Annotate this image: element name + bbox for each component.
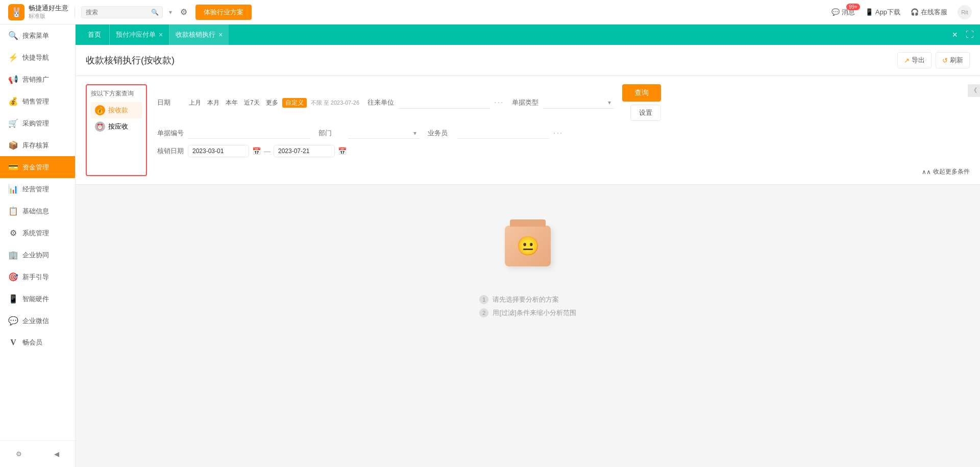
shortcut-custom[interactable]: 自定义 [282, 98, 307, 108]
date-separator: — [264, 148, 271, 155]
sidebar-item-wechat[interactable]: 💬 企业微信 [0, 310, 75, 332]
doc-type-select[interactable] [543, 97, 614, 109]
wechat-icon: 💬 [8, 316, 18, 326]
sidebar-item-finance[interactable]: 💳 资金管理 [0, 156, 75, 178]
verify-date-group: 核销日期 📅 — 📅 [157, 145, 347, 157]
calendar-icon-end[interactable]: 📅 [338, 147, 347, 155]
operation-icon: 📊 [8, 184, 18, 194]
sidebar-item-purchase[interactable]: 🛒 采购管理 [0, 112, 75, 134]
top-bar-right: 💬 消息 99+ 📱 App下载 🎧 在线客服 Rit [831, 5, 972, 19]
tab-bar: 首页 预付冲应付单 × 收款核销执行 × × ⛶ [76, 24, 980, 45]
sidebar-item-label: 库存核算 [22, 141, 49, 150]
sidebar-item-operation[interactable]: 📊 经营管理 [0, 178, 75, 200]
staff-dots[interactable]: ··· [553, 129, 563, 138]
filter-by-receipt[interactable]: 💰 按收款 [91, 102, 142, 118]
doc-number-group: 单据编号 [157, 127, 310, 139]
message-item[interactable]: 💬 消息 99+ [831, 8, 855, 17]
avatar-text: Rit [961, 9, 968, 15]
empty-box: 😐 [505, 226, 551, 266]
search-menu-icon: 🔍 [8, 31, 18, 40]
gear-button[interactable]: ⚙ [178, 5, 189, 19]
sidebar-item-search[interactable]: 🔍 搜索菜单 [0, 24, 75, 46]
tab-close-icon[interactable]: × [159, 31, 163, 39]
shortcut-last-month[interactable]: 上月 [187, 98, 203, 108]
shortcut-this-year[interactable]: 本年 [224, 98, 240, 108]
filter-layout: 按以下方案查询 💰 按收款 ⏰ 按应收 《 [86, 84, 970, 176]
sidebar-item-hardware[interactable]: 📱 智能硬件 [0, 288, 75, 310]
tab-receipt[interactable]: 收款核销执行 × [169, 24, 229, 45]
brand-logo: 🐰 [8, 4, 24, 20]
counterpart-label: 往来单位 [368, 98, 394, 107]
tab-receipt-label: 收款核销执行 [176, 30, 215, 39]
dept-select[interactable] [348, 127, 420, 139]
query-button[interactable]: 查询 [622, 84, 661, 102]
search-input[interactable] [81, 6, 163, 18]
shortcut-this-month[interactable]: 本月 [205, 98, 222, 108]
search-wrapper: 🔍 [81, 6, 163, 18]
sidebar-item-label: 销售管理 [22, 97, 49, 106]
empty-hints: 1 请先选择要分析的方案 2 用[过滤]条件来缩小分析范围 [479, 295, 576, 317]
empty-illustration: 😐 [497, 226, 558, 287]
brand-sub: 标准版 [29, 12, 68, 20]
sidebar-item-label: 采购管理 [22, 119, 49, 128]
empty-face-icon: 😐 [517, 235, 540, 257]
sidebar-item-inventory[interactable]: 📦 库存核算 [0, 134, 75, 156]
inventory-icon: 📦 [8, 140, 18, 150]
tab-prepay[interactable]: 预付冲应付单 × [110, 24, 169, 45]
hint-num-2: 2 [479, 308, 488, 317]
sidebar-item-quick-nav[interactable]: ⚡ 快捷导航 [0, 46, 75, 68]
top-bar: 🐰 畅捷通好生意 标准版 🔍 ▾ ⚙ 体验行业方案 💬 消息 99+ 📱 App… [0, 0, 980, 24]
purchase-icon: 🛒 [8, 118, 18, 128]
staff-input[interactable] [457, 127, 549, 139]
sidebar-item-marketing[interactable]: 📢 营销推广 [0, 68, 75, 90]
message-icon: 💬 [831, 8, 840, 16]
shortcut-more[interactable]: 更多 [264, 98, 280, 108]
filter-option2-label: 按应收 [108, 122, 128, 131]
search-icon: 🔍 [151, 9, 159, 16]
sidebar-item-system[interactable]: ⚙ 系统管理 [0, 222, 75, 244]
sidebar-item-sales[interactable]: 💰 销售管理 [0, 90, 75, 112]
tab-receipt-close-icon[interactable]: × [218, 31, 223, 39]
counterpart-dots[interactable]: ··· [494, 98, 504, 107]
tab-home[interactable]: 首页 [80, 24, 110, 45]
doc-number-input[interactable] [188, 127, 310, 139]
sidebar-item-member[interactable]: V 畅会员 [0, 332, 75, 353]
calendar-icon-start[interactable]: 📅 [252, 147, 261, 155]
tab-bar-right: × ⛶ [950, 28, 976, 42]
tab-close-window-btn[interactable]: × [950, 28, 960, 42]
refresh-button[interactable]: ↺ 刷新 [936, 52, 970, 68]
collapse-more-button[interactable]: ∧∧ 收起更多条件 [922, 167, 970, 176]
sidebar-item-label: 基础信息 [22, 207, 49, 216]
filter-row-2: 单据编号 部门 业务员 [157, 127, 970, 139]
sidebar-item-basic-info[interactable]: 📋 基础信息 [0, 200, 75, 222]
doc-type-select-wrapper [543, 97, 614, 109]
receivable-icon: ⏰ [95, 121, 105, 132]
sidebar: 🔍 搜索菜单 ⚡ 快捷导航 📢 营销推广 💰 销售管理 🛒 采购管理 📦 库存核… [0, 24, 76, 467]
verify-start-input[interactable] [188, 145, 249, 157]
user-avatar[interactable]: Rit [958, 5, 972, 19]
export-icon: ↗ [904, 57, 910, 64]
sidebar-item-guide[interactable]: 🎯 新手引导 [0, 266, 75, 288]
guide-icon: 🎯 [8, 272, 18, 282]
tab-fullscreen-btn[interactable]: ⛶ [964, 28, 976, 41]
sidebar-settings-btn[interactable]: ⚙ [8, 445, 30, 463]
filter-by-receivable[interactable]: ⏰ 按应收 [91, 118, 142, 135]
sidebar-item-label: 营销推广 [22, 75, 49, 84]
collapse-filter-btn[interactable]: 《 [968, 84, 980, 97]
tab-prepay-label: 预付冲应付单 [116, 30, 156, 39]
app-download-item[interactable]: 📱 App下载 [865, 8, 900, 17]
quick-nav-icon: ⚡ [8, 53, 18, 62]
hint-num-1: 1 [479, 295, 488, 304]
online-service-item[interactable]: 🎧 在线客服 [911, 8, 947, 17]
sidebar-item-enterprise[interactable]: 🏢 企业协同 [0, 244, 75, 266]
staff-label: 业务员 [428, 129, 453, 138]
receipt-icon: 💰 [95, 105, 105, 115]
solution-button[interactable]: 体验行业方案 [195, 5, 252, 20]
verify-end-input[interactable] [274, 145, 335, 157]
export-button[interactable]: ↗ 导出 [897, 52, 932, 68]
dropdown-icon[interactable]: ▾ [169, 9, 172, 16]
counterpart-input[interactable] [398, 97, 490, 109]
sidebar-collapse-btn[interactable]: ◀ [46, 445, 67, 463]
settings-button[interactable]: 设置 [630, 105, 661, 121]
shortcut-7days[interactable]: 近7天 [242, 98, 262, 108]
